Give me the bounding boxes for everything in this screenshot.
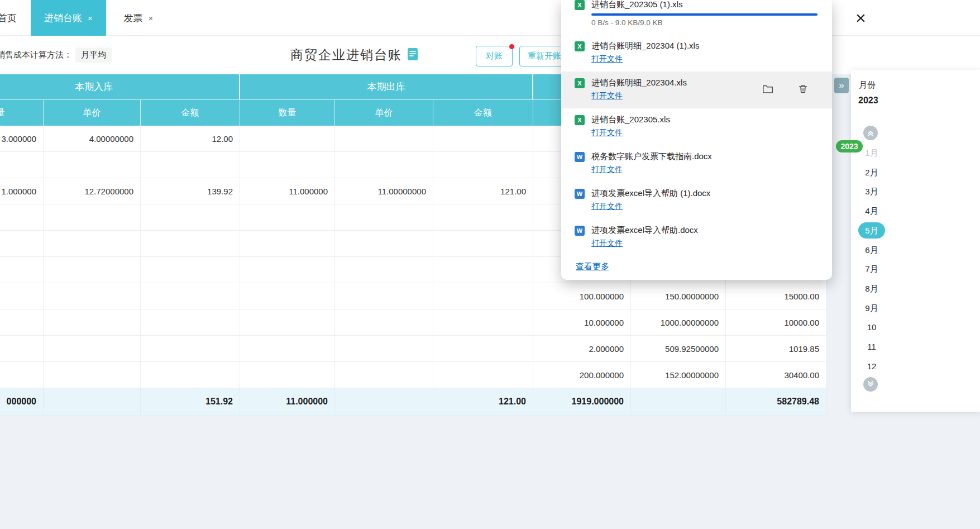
reconcile-button[interactable]: 对账 bbox=[476, 46, 513, 66]
table-cell: 1000.00000000 bbox=[631, 309, 726, 336]
table-cell: 10000.00 bbox=[726, 309, 826, 336]
download-item-body: 进项发票excel导入帮助 (1).docx打开文件 bbox=[591, 188, 818, 212]
table-cell bbox=[0, 362, 44, 388]
tab-home[interactable]: 首页 bbox=[0, 0, 22, 36]
download-item[interactable]: W税务数字账户发票下载指南.docx打开文件 bbox=[561, 145, 832, 182]
month-item-7[interactable]: 7月 bbox=[858, 261, 885, 277]
total-row: 000000151.9211.000000121.001919.00000058… bbox=[0, 388, 826, 416]
month-item-8[interactable]: 8月 bbox=[858, 280, 885, 297]
table-cell bbox=[240, 362, 335, 388]
total-cell: 582789.48 bbox=[726, 388, 826, 416]
download-file-name: 税务数字账户发票下载指南.docx bbox=[591, 151, 818, 162]
table-cell: 100.000000 bbox=[533, 283, 631, 309]
month-item-9[interactable]: 9月 bbox=[858, 300, 885, 316]
table-cell bbox=[44, 152, 141, 178]
table-row[interactable]: 200.000000152.0000000030400.00 bbox=[0, 362, 826, 388]
table-cell bbox=[240, 204, 335, 231]
month-item-5[interactable]: 5月 bbox=[858, 222, 885, 239]
month-item-11[interactable]: 11 bbox=[858, 339, 885, 355]
download-progress-bar bbox=[591, 13, 818, 16]
download-item[interactable]: X进销台账_202305 (1).xls0 B/s - 9.0 KB/9.0 K… bbox=[561, 0, 832, 35]
download-item-body: 进销台账明细_202304.xls打开文件 bbox=[591, 77, 818, 102]
download-item[interactable]: X进销台账明细_202304.xls打开文件 bbox=[561, 72, 832, 108]
download-file-name: 进销台账_202305 (1).xls bbox=[591, 0, 818, 10]
download-progress-fill bbox=[591, 13, 818, 16]
excel-file-icon: X bbox=[575, 41, 585, 51]
table-cell bbox=[240, 309, 335, 336]
download-item-body: 进销台账明细_202304 (1).xls打开文件 bbox=[591, 40, 818, 65]
month-item-2[interactable]: 2月 bbox=[858, 164, 885, 180]
table-cell: 3.000000 bbox=[0, 126, 44, 152]
downloads-list: X进销台账_202305 (1).xls0 B/s - 9.0 KB/9.0 K… bbox=[561, 0, 832, 256]
group-header-outbound: 本期出库 bbox=[240, 74, 533, 99]
notification-dot bbox=[509, 44, 514, 49]
open-file-link[interactable]: 打开文件 bbox=[591, 237, 623, 249]
document-icon[interactable] bbox=[407, 47, 418, 63]
page-title-text: 商贸企业进销台账 bbox=[290, 46, 402, 64]
table-cell bbox=[44, 231, 141, 257]
table-cell bbox=[0, 204, 44, 231]
table-cell: 121.00 bbox=[433, 178, 533, 204]
scroll-up-icon[interactable] bbox=[863, 126, 878, 140]
year-badge: 2023 bbox=[836, 140, 863, 152]
column-header-5: 单价 bbox=[335, 99, 433, 126]
open-file-link[interactable]: 打开文件 bbox=[591, 126, 623, 139]
month-item-3[interactable]: 3月 bbox=[858, 183, 885, 199]
word-file-icon: W bbox=[575, 226, 585, 236]
download-file-name: 进项发票excel导入帮助.docx bbox=[591, 225, 818, 236]
open-file-link[interactable]: 打开文件 bbox=[591, 163, 623, 175]
column-header-2: 单价 bbox=[44, 99, 141, 126]
download-size-text: 0 B/s - 9.0 KB/9.0 KB bbox=[591, 18, 818, 28]
table-cell bbox=[0, 309, 44, 336]
tab-ledger[interactable]: 进销台账 × bbox=[31, 0, 106, 36]
table-cell bbox=[335, 231, 433, 257]
month-item-4[interactable]: 4月 bbox=[858, 203, 885, 219]
download-item[interactable]: W进项发票excel导入帮助.docx打开文件 bbox=[561, 219, 832, 256]
download-item[interactable]: X进销台账_202305.xls打开文件 bbox=[561, 108, 832, 145]
show-in-folder-icon[interactable] bbox=[762, 83, 774, 97]
table-cell bbox=[141, 257, 240, 283]
table-cell: 152.00000000 bbox=[631, 362, 726, 388]
month-item-10[interactable]: 10 bbox=[858, 319, 885, 335]
download-item-body: 进销台账_202305 (1).xls0 B/s - 9.0 KB/9.0 KB bbox=[591, 0, 818, 28]
table-cell bbox=[240, 231, 335, 257]
total-cell bbox=[335, 388, 433, 416]
table-cell bbox=[335, 309, 433, 336]
table-row[interactable]: 2.000000509.925000001019.85 bbox=[0, 336, 826, 362]
month-item-6[interactable]: 6月 bbox=[858, 242, 885, 258]
month-item-12[interactable]: 12 bbox=[858, 358, 885, 374]
table-cell bbox=[44, 362, 141, 388]
see-more-link[interactable]: 查看更多 bbox=[576, 261, 609, 272]
table-row[interactable]: 100.000000150.0000000015000.00 bbox=[0, 283, 826, 309]
cost-method-value[interactable]: 月平均 bbox=[75, 47, 112, 63]
table-cell: 4.00000000 bbox=[44, 126, 141, 152]
total-cell bbox=[44, 388, 141, 416]
tab-invoice-close-icon[interactable]: × bbox=[149, 14, 154, 22]
tab-invoice-label: 发票 bbox=[124, 12, 143, 25]
table-cell bbox=[240, 152, 335, 178]
total-cell: 000000 bbox=[0, 388, 44, 416]
download-item[interactable]: W进项发票excel导入帮助 (1).docx打开文件 bbox=[561, 182, 832, 219]
total-cell bbox=[631, 388, 726, 416]
table-cell: 12.00 bbox=[141, 126, 240, 152]
table-cell: 1.000000 bbox=[0, 178, 44, 204]
tab-ledger-close-icon[interactable]: × bbox=[88, 14, 93, 22]
scroll-down-icon[interactable] bbox=[863, 377, 878, 392]
table-cell bbox=[335, 257, 433, 283]
table-cell bbox=[433, 309, 533, 336]
collapse-panel-button[interactable]: » bbox=[834, 78, 849, 93]
table-row[interactable]: 10.0000001000.0000000010000.00 bbox=[0, 309, 826, 336]
open-file-link[interactable]: 打开文件 bbox=[591, 89, 623, 102]
table-cell bbox=[335, 152, 433, 178]
open-file-link[interactable]: 打开文件 bbox=[591, 53, 623, 65]
table-cell bbox=[141, 152, 240, 178]
download-item-body: 进项发票excel导入帮助.docx打开文件 bbox=[591, 225, 818, 249]
table-cell bbox=[240, 336, 335, 362]
open-file-link[interactable]: 打开文件 bbox=[591, 200, 623, 212]
tab-invoice[interactable]: 发票 × bbox=[109, 0, 168, 36]
panel-close-icon[interactable]: × bbox=[855, 6, 866, 30]
cost-method-label: 销售成本计算方法： bbox=[0, 50, 72, 60]
download-item[interactable]: X进销台账明细_202304 (1).xls打开文件 bbox=[561, 35, 832, 72]
column-header-4: 数量 bbox=[240, 99, 335, 126]
delete-download-icon[interactable] bbox=[797, 83, 809, 97]
